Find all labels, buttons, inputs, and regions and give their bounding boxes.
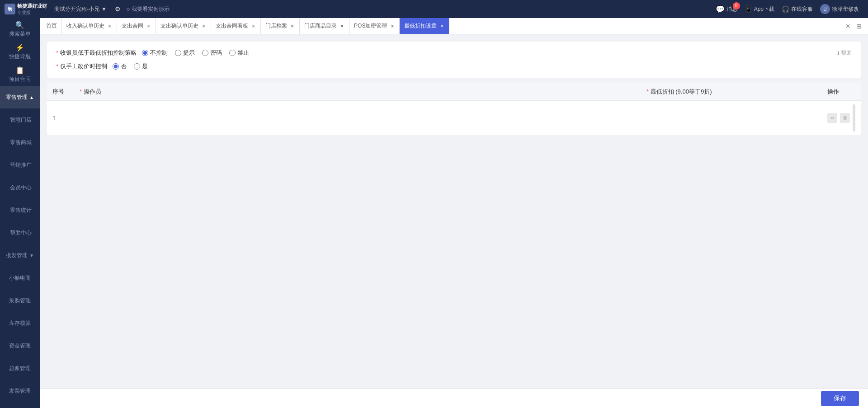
sidebar-item-marketing[interactable]: 营销推广: [0, 154, 40, 176]
sidebar-label-member: 会员中心: [10, 184, 32, 192]
delete-icon[interactable]: 🗑: [840, 113, 850, 123]
app-download-btn[interactable]: 📱 App下载: [745, 5, 774, 13]
sidebar-item-purchase[interactable]: 采购管理: [0, 289, 40, 312]
help-link[interactable]: ℹ 帮助: [837, 49, 852, 57]
top-bar: 畅 畅捷通好业财 专业版 测试分开完程-小兄 ▼ ⚙ ○ 我要看实例演示 💬 消…: [0, 0, 868, 18]
tab-contract-close[interactable]: ×: [146, 23, 151, 29]
radio-manual-yes[interactable]: 是: [134, 62, 148, 70]
tab-home[interactable]: 首页: [42, 18, 62, 34]
app-label: App下载: [754, 5, 774, 13]
sidebar-label-marketing: 营销推广: [10, 161, 32, 169]
tab-contract-board[interactable]: 支出合同看板 ×: [211, 18, 261, 34]
topbar-right: 💬 消息 8 📱 App下载 🎧 在线客服 U 徐泽华修改: [716, 4, 863, 14]
demo-label: 我要看实例演示: [132, 5, 170, 13]
sidebar-item-project[interactable]: 📋 项目合同: [0, 63, 40, 86]
radio-password-label: 密码: [210, 49, 222, 57]
message-btn[interactable]: 💬 消息 8: [716, 5, 737, 14]
tab-payment-history-close[interactable]: ×: [201, 23, 206, 29]
sidebar-item-retail-stat[interactable]: 零售统计: [0, 199, 40, 221]
logo-icon: 畅: [5, 4, 15, 14]
sidebar-label-help: 帮助中心: [10, 229, 32, 237]
sidebar-item-help[interactable]: 帮助中心: [0, 221, 40, 244]
tab-discount-setting[interactable]: 最低折扣设置 ×: [400, 18, 449, 34]
radio-manual-no[interactable]: 否: [113, 62, 127, 70]
radio-ban[interactable]: 禁止: [229, 49, 249, 57]
cell-seq: 1: [47, 101, 74, 136]
sidebar-item-member[interactable]: 会员中心: [0, 176, 40, 199]
cell-operator: [74, 101, 641, 136]
seq-value: 1: [52, 115, 56, 122]
discount-policy-radio-group: 不控制 提示 密码 禁止: [142, 49, 249, 57]
tab-discount-setting-close[interactable]: ×: [439, 23, 444, 29]
sidebar-label-inventory: 库存核算: [9, 319, 31, 327]
sidebar-item-retail[interactable]: 零售管理 ▲: [0, 86, 40, 108]
radio-remind-input[interactable]: [175, 50, 181, 56]
sidebar-item-smart-store[interactable]: 智慧门店: [0, 108, 40, 131]
edit-icon[interactable]: ✏: [827, 113, 837, 123]
th-discount-label: 最低折扣 (9.00等于9折): [646, 88, 712, 95]
radio-remind[interactable]: 提示: [175, 49, 195, 57]
sidebar-item-ecommerce[interactable]: 小畅电商: [0, 267, 40, 289]
tab-store-goods-close[interactable]: ×: [340, 23, 344, 29]
project-selector[interactable]: 测试分开完程-小兄 ▼: [52, 5, 109, 14]
th-action: 操作: [822, 83, 861, 101]
sidebar-item-search[interactable]: 🔍 搜索菜单: [0, 18, 40, 41]
tab-store-goods[interactable]: 门店商品目录 ×: [300, 18, 349, 34]
save-button[interactable]: 保存: [821, 391, 859, 406]
sidebar-item-quick[interactable]: ⚡ 快捷导航: [0, 41, 40, 63]
tab-income[interactable]: 收入确认单历史 ×: [62, 18, 117, 34]
tab-contract-board-label: 支出合同看板: [216, 22, 248, 30]
tab-pos-mgr-close[interactable]: ×: [390, 23, 395, 29]
th-action-label: 操作: [827, 88, 839, 95]
sidebar-label-wholesale: 批发管理: [6, 252, 28, 259]
radio-manual-yes-input[interactable]: [134, 63, 140, 70]
tab-store-file-label: 门店档案: [265, 22, 287, 30]
cell-action: ✏ 🗑: [822, 101, 861, 136]
tab-payment-history[interactable]: 支出确认单历史 ×: [156, 18, 211, 34]
sidebar-item-tax[interactable]: 税务管理: [0, 402, 40, 408]
manual-price-radio-group: 否 是: [113, 62, 148, 70]
page-content: 收银员低于最低折扣控制策略 不控制 提示 密码: [40, 34, 868, 388]
user-avatar: U: [820, 4, 830, 14]
message-icon: 💬: [716, 5, 725, 14]
radio-no-control[interactable]: 不控制: [142, 49, 168, 57]
th-operator: 操作员: [74, 83, 641, 101]
message-badge: 8: [733, 2, 740, 9]
table-row: 1 ✏ 🗑: [47, 101, 861, 136]
sidebar-label-smart-store: 智慧门店: [10, 116, 32, 124]
sidebar-item-capital[interactable]: 资金管理: [0, 334, 40, 357]
sidebar-item-online-store[interactable]: 零售商城: [0, 131, 40, 154]
sidebar-label-invoice: 发票管理: [9, 387, 31, 395]
sidebar-item-wholesale[interactable]: 批发管理 ▼: [0, 244, 40, 267]
app-logo: 畅 畅捷通好业财 专业版: [5, 3, 47, 15]
tab-expand-btn[interactable]: ⊞: [854, 22, 863, 31]
customer-service-btn[interactable]: 🎧 在线客服: [782, 5, 813, 13]
demo-link[interactable]: ○ 我要看实例演示: [126, 5, 170, 13]
retail-arrow-icon: ▲: [29, 95, 34, 100]
sidebar-item-inventory[interactable]: 库存核算: [0, 312, 40, 334]
discount-policy-row: 收银员低于最低折扣控制策略 不控制 提示 密码: [56, 49, 852, 57]
user-btn[interactable]: U 徐泽华修改: [820, 4, 859, 14]
sidebar-item-invoice[interactable]: 发票管理: [0, 380, 40, 402]
tab-discount-setting-label: 最低折扣设置: [404, 22, 437, 30]
sidebar: 🔍 搜索菜单 ⚡ 快捷导航 📋 项目合同 零售管理 ▲ 智慧门店 零售商城 营销…: [0, 18, 40, 408]
tab-contract-board-close[interactable]: ×: [251, 23, 256, 29]
tab-store-file-close[interactable]: ×: [290, 23, 295, 29]
app-name: 畅捷通好业财: [17, 3, 47, 9]
app-edition: 专业版: [17, 9, 47, 15]
radio-no-control-input[interactable]: [142, 50, 148, 56]
project-name: 测试分开完程-小兄: [54, 5, 99, 13]
tab-pos-mgr[interactable]: POS加密管理 ×: [349, 18, 400, 34]
settings-icon[interactable]: ⚙: [113, 4, 123, 14]
project-icon: 📋: [15, 66, 24, 75]
tab-contract[interactable]: 支出合同 ×: [117, 18, 156, 34]
tab-store-file[interactable]: 门店档案 ×: [261, 18, 300, 34]
radio-ban-input[interactable]: [229, 50, 236, 56]
action-icons: ✏ 🗑: [827, 104, 855, 131]
tab-close-all-btn[interactable]: ✕: [844, 22, 853, 31]
radio-password[interactable]: 密码: [202, 49, 222, 57]
tab-income-close[interactable]: ×: [107, 23, 112, 29]
sidebar-item-ledger[interactable]: 总账管理: [0, 357, 40, 380]
radio-password-input[interactable]: [202, 50, 208, 56]
radio-manual-no-input[interactable]: [113, 63, 119, 70]
